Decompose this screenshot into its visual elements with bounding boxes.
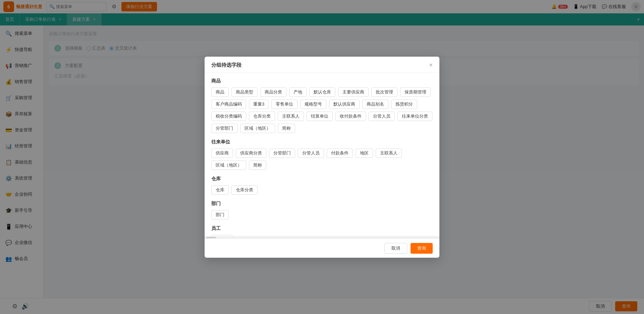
modal-header: 分组待选字段 ×: [205, 57, 439, 73]
field-tag-product-17[interactable]: 主联系人: [278, 112, 304, 121]
field-tag-partner-7[interactable]: 区域（地区）: [211, 161, 246, 170]
field-group-partner: 往来单位 供应商 供应商分类 分管部门 分管人员 付款条件 地区 主联系人 区域…: [211, 139, 433, 170]
field-tag-product-3[interactable]: 产地: [289, 87, 307, 97]
modal-body: 商品 商品 商品类型 商品分类 产地 默认仓库 主要供应商 批次管理 保质期管理…: [205, 73, 439, 237]
field-tag-product-2[interactable]: 商品分类: [260, 87, 286, 97]
modal-title: 分组待选字段: [211, 62, 241, 68]
field-tag-product-23[interactable]: 区域（地区）: [240, 124, 275, 133]
field-tag-partner-2[interactable]: 分管部门: [269, 148, 295, 158]
field-tag-partner-4[interactable]: 付款条件: [327, 148, 353, 158]
field-tag-partner-5[interactable]: 地区: [356, 148, 373, 158]
field-tag-product-22[interactable]: 分管部门: [211, 124, 237, 133]
field-tag-product-12[interactable]: 默认供应商: [329, 100, 360, 109]
field-tag-product-18[interactable]: 结算单位: [307, 112, 333, 121]
field-tag-product-9[interactable]: 重量3: [249, 100, 269, 109]
field-group-product: 商品 商品 商品类型 商品分类 产地 默认仓库 主要供应商 批次管理 保质期管理…: [211, 78, 433, 133]
field-group-staff-title: 员工: [211, 226, 433, 232]
field-tags-partner: 供应商 供应商分类 分管部门 分管人员 付款条件 地区 主联系人 区域（地区） …: [211, 148, 433, 170]
field-tag-product-16[interactable]: 仓库分类: [249, 112, 275, 121]
field-tag-product-10[interactable]: 零售单位: [271, 100, 298, 109]
field-tag-product-15[interactable]: 税收分类编码: [211, 112, 246, 121]
field-tag-product-11[interactable]: 规格型号: [300, 100, 326, 109]
field-tag-warehouse-0[interactable]: 仓库: [211, 185, 229, 195]
field-tag-partner-1[interactable]: 供应商分类: [236, 148, 266, 158]
field-tag-partner-6[interactable]: 主联系人: [376, 148, 402, 158]
field-tags-product: 商品 商品类型 商品分类 产地 默认仓库 主要供应商 批次管理 保质期管理 客户…: [211, 87, 433, 133]
field-group-staff: 员工 业务员: [211, 226, 433, 237]
field-selector-modal: 分组待选字段 × 商品 商品 商品类型 商品分类 产地 默认仓库 主要供应商 批…: [205, 57, 439, 258]
field-tags-dept: 部门: [211, 210, 433, 219]
field-group-warehouse: 仓库 仓库 仓库分类: [211, 176, 433, 195]
field-tag-product-4[interactable]: 默认仓库: [309, 87, 335, 97]
cancel-button[interactable]: 取消: [384, 243, 407, 254]
field-tag-dept-0[interactable]: 部门: [211, 210, 229, 219]
field-tag-warehouse-1[interactable]: 仓库分类: [231, 185, 258, 195]
field-tag-product-8[interactable]: 客户商品编码: [211, 100, 246, 109]
field-tag-partner-3[interactable]: 分管人员: [298, 148, 324, 158]
field-tag-product-20[interactable]: 分管人员: [369, 112, 395, 121]
field-tags-warehouse: 仓库 仓库分类: [211, 185, 433, 195]
field-tag-product-14[interactable]: 拣货积分: [391, 100, 417, 109]
modal-scrollbar-horizontal[interactable]: [205, 236, 439, 238]
modal-footer: 取消 查询: [205, 239, 439, 258]
field-tag-product-24[interactable]: 简称: [278, 124, 295, 133]
field-group-dept: 部门 部门: [211, 201, 433, 219]
field-tag-product-1[interactable]: 商品类型: [231, 87, 258, 97]
field-tag-product-5[interactable]: 主要供应商: [338, 87, 369, 97]
field-tag-product-0[interactable]: 商品: [211, 87, 229, 97]
field-tag-product-6[interactable]: 批次管理: [371, 87, 397, 97]
field-tag-product-7[interactable]: 保质期管理: [400, 87, 431, 97]
field-tag-partner-0[interactable]: 供应商: [211, 148, 233, 158]
confirm-button[interactable]: 查询: [411, 243, 433, 254]
field-tag-product-19[interactable]: 收付款条件: [335, 112, 366, 121]
field-group-warehouse-title: 仓库: [211, 176, 433, 182]
field-tag-product-21[interactable]: 往来单位分类: [397, 112, 432, 121]
field-group-product-title: 商品: [211, 78, 433, 84]
field-tag-partner-8[interactable]: 简称: [249, 161, 266, 170]
modal-close-button[interactable]: ×: [429, 62, 433, 68]
field-group-partner-title: 往来单位: [211, 139, 433, 145]
field-tag-product-13[interactable]: 商品别名: [362, 100, 388, 109]
modal-overlay: 分组待选字段 × 商品 商品 商品类型 商品分类 产地 默认仓库 主要供应商 批…: [0, 0, 644, 314]
field-group-dept-title: 部门: [211, 201, 433, 207]
